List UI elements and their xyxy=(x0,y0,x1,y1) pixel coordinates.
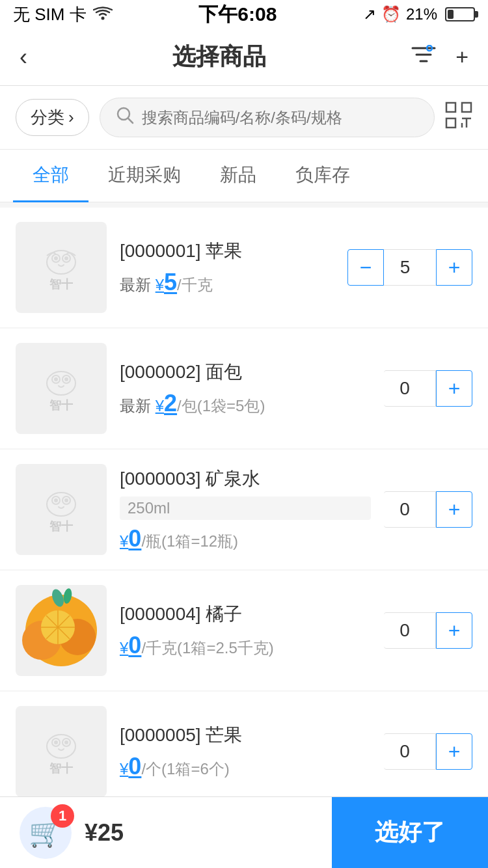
list-item: 智十 [0000002] 面包 最新 ¥2/包(1袋=5包) + xyxy=(0,329,488,448)
search-input[interactable] xyxy=(142,109,418,127)
plus-button[interactable]: + xyxy=(436,249,472,286)
svg-point-21 xyxy=(54,377,58,381)
battery-percent: 21% xyxy=(406,5,437,23)
list-item: [0000004] 橘子 ¥0/千克(1箱=2.5千克) + xyxy=(0,571,488,690)
quantity-input[interactable] xyxy=(384,612,436,649)
back-button[interactable]: ‹ xyxy=(20,44,27,71)
plus-button[interactable]: + xyxy=(436,491,472,528)
product-info-p3: [0000003] 矿泉水 250ml ¥0/瓶(1箱=12瓶) xyxy=(120,467,371,552)
svg-point-17 xyxy=(64,256,68,260)
category-label: 分类 xyxy=(31,106,64,129)
orange-illustration xyxy=(19,588,103,673)
alarm-icon: ⏰ xyxy=(381,5,401,23)
product-info-p5: [0000005] 芒果 ¥0/个(1箱=6个) xyxy=(120,723,371,780)
product-name: [0000004] 橘子 xyxy=(120,602,371,627)
svg-rect-9 xyxy=(446,118,455,128)
product-info-p2: [0000002] 面包 最新 ¥2/包(1袋=5包) xyxy=(120,360,371,417)
bottom-bar: 🛒 1 ¥25 选好了 xyxy=(0,796,488,868)
product-image-p4 xyxy=(16,585,107,676)
confirm-button[interactable]: 选好了 xyxy=(332,797,488,869)
quantity-control-p1: − + xyxy=(347,249,472,286)
minus-button[interactable]: − xyxy=(347,249,384,286)
filter-bar: 分类 › xyxy=(0,86,488,150)
product-image-p1: 智十 xyxy=(16,222,107,313)
list-item: 智十 [0000003] 矿泉水 250ml ¥0/瓶(1箱=12瓶) + xyxy=(0,450,488,569)
svg-point-23 xyxy=(47,493,75,516)
location-icon: ↗ xyxy=(363,5,376,23)
nav-left: ‹ xyxy=(20,44,27,71)
svg-rect-7 xyxy=(446,103,455,112)
product-name: [0000005] 芒果 xyxy=(120,723,371,748)
search-box xyxy=(100,98,435,137)
battery-icon xyxy=(445,7,475,21)
yuan-symbol: ¥ xyxy=(156,276,164,293)
svg-point-22 xyxy=(64,377,68,381)
product-price: 最新 ¥5/千克 xyxy=(120,269,334,296)
status-right: ↗ ⏰ 21% xyxy=(363,5,475,23)
list-item: 智十 [0000001] 苹果 最新 ¥5/千克 − + xyxy=(0,208,488,327)
product-name: [0000003] 矿泉水 xyxy=(120,467,371,491)
product-list: 智十 [0000001] 苹果 最新 ¥5/千克 − + xyxy=(0,208,488,868)
search-icon xyxy=(116,106,134,129)
svg-point-16 xyxy=(54,256,58,260)
svg-point-41 xyxy=(54,740,58,744)
list-item: 智十 [0000005] 芒果 ¥0/个(1箱=6个) + xyxy=(0,692,488,811)
quantity-control-p2: + xyxy=(384,370,472,407)
product-image-p5: 智十 xyxy=(16,706,107,797)
svg-point-18 xyxy=(47,372,75,395)
status-left: 无 SIM 卡 xyxy=(13,3,113,26)
status-bar: 无 SIM 卡 下午6:08 ↗ ⏰ 21% xyxy=(0,0,488,29)
svg-point-38 xyxy=(47,735,75,758)
tab-all[interactable]: 全部 xyxy=(13,150,88,202)
quantity-control-p5: + xyxy=(384,733,472,770)
category-chevron: › xyxy=(68,107,74,128)
status-time: 下午6:08 xyxy=(198,1,277,28)
total-price: ¥25 xyxy=(85,819,124,847)
svg-point-0 xyxy=(101,16,104,20)
cart-section: 🛒 1 ¥25 xyxy=(0,807,332,859)
quantity-input[interactable] xyxy=(384,733,436,770)
quantity-input[interactable] xyxy=(384,491,436,528)
carrier-label: 无 SIM 卡 xyxy=(13,3,87,26)
nav-right: + xyxy=(411,44,468,70)
product-price: 最新 ¥2/包(1袋=5包) xyxy=(120,390,371,417)
category-button[interactable]: 分类 › xyxy=(16,99,89,136)
cart-badge: 1 xyxy=(51,804,74,828)
quantity-input[interactable] xyxy=(384,249,436,286)
svg-line-6 xyxy=(128,118,133,123)
product-price: ¥0/千克(1箱=2.5千克) xyxy=(120,632,371,659)
product-price: ¥0/个(1箱=6个) xyxy=(120,753,371,780)
owl-logo: 智十 xyxy=(42,364,81,413)
nav-bar: ‹ 选择商品 + xyxy=(0,29,488,86)
product-image-p2: 智十 xyxy=(16,343,107,434)
product-image-p3: 智十 xyxy=(16,464,107,555)
quantity-control-p4: + xyxy=(384,612,472,649)
product-price: ¥0/瓶(1箱=12瓶) xyxy=(120,525,371,552)
svg-point-42 xyxy=(64,740,68,744)
svg-point-26 xyxy=(54,498,58,502)
filter-icon[interactable] xyxy=(411,44,436,70)
owl-logo: 智十 xyxy=(42,485,81,534)
owl-logo: 智十 xyxy=(42,727,81,776)
wifi-icon xyxy=(93,5,113,25)
plus-button[interactable]: + xyxy=(436,733,472,770)
tab-bar: 全部 近期采购 新品 负库存 xyxy=(0,150,488,202)
tab-new[interactable]: 新品 xyxy=(200,150,276,202)
product-info-p1: [0000001] 苹果 最新 ¥5/千克 xyxy=(120,239,334,296)
svg-point-27 xyxy=(64,498,68,502)
svg-rect-8 xyxy=(462,103,471,112)
product-name: [0000002] 面包 xyxy=(120,360,371,385)
plus-button[interactable]: + xyxy=(436,370,472,407)
tab-recent[interactable]: 近期采购 xyxy=(88,150,200,202)
plus-button[interactable]: + xyxy=(436,612,472,649)
tab-negative[interactable]: 负库存 xyxy=(276,150,370,202)
scan-icon[interactable] xyxy=(445,102,472,134)
add-icon[interactable]: + xyxy=(455,44,468,70)
product-name: [0000001] 苹果 xyxy=(120,239,334,264)
cart-button[interactable]: 🛒 1 xyxy=(20,807,72,859)
quantity-input[interactable] xyxy=(384,370,436,407)
owl-logo: 智十 xyxy=(42,243,81,292)
product-info-p4: [0000004] 橘子 ¥0/千克(1箱=2.5千克) xyxy=(120,602,371,659)
page-title: 选择商品 xyxy=(172,41,266,73)
product-spec: 250ml xyxy=(120,496,371,520)
